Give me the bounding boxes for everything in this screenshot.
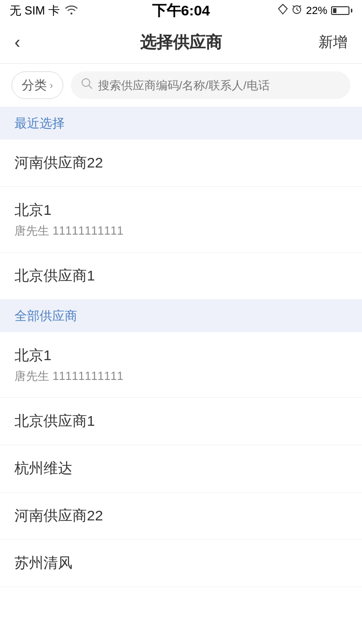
recent-list-item[interactable]: 河南供应商22 — [0, 140, 362, 187]
recent-list-item[interactable]: 北京1唐先生 11111111111 — [0, 187, 362, 252]
all-section-header: 全部供应商 — [0, 300, 362, 332]
item-name: 河南供应商22 — [14, 153, 348, 173]
item-sub: 唐先生 11111111111 — [14, 368, 348, 384]
item-name: 北京1 — [14, 346, 348, 365]
nav-bar: ‹ 选择供应商 新增 — [0, 21, 362, 64]
all-list-item[interactable]: 北京1唐先生 11111111111 — [0, 332, 362, 398]
all-list-item[interactable]: 河南供应商22 — [0, 492, 362, 540]
all-list-item[interactable]: 苏州清风 — [0, 540, 362, 587]
search-box[interactable] — [71, 71, 350, 99]
carrier-text: 无 SIM 卡 — [10, 3, 60, 18]
recent-items-list: 河南供应商22北京1唐先生 11111111111北京供应商1 — [0, 140, 362, 300]
battery-text: 22% — [306, 4, 327, 17]
battery-icon — [331, 6, 352, 15]
recent-section-header: 最近选择 — [0, 107, 362, 140]
item-name: 北京供应商1 — [14, 266, 348, 286]
item-name: 杭州维达 — [14, 459, 348, 478]
item-name: 河南供应商22 — [14, 506, 348, 526]
recent-list-item[interactable]: 北京供应商1 — [0, 252, 362, 300]
category-button[interactable]: 分类 › — [12, 71, 63, 99]
page-title: 选择供应商 — [140, 31, 222, 54]
time-display: 下午6:04 — [152, 1, 210, 21]
all-items-list: 北京1唐先生 11111111111北京供应商1杭州维达河南供应商22苏州清风 — [0, 332, 362, 587]
category-label: 分类 — [22, 77, 47, 94]
back-button[interactable]: ‹ — [14, 32, 43, 53]
all-header-text: 全部供应商 — [14, 308, 77, 323]
filter-bar: 分类 › — [0, 64, 362, 107]
location-icon — [278, 4, 288, 17]
wifi-icon — [65, 4, 78, 17]
all-list-item[interactable]: 杭州维达 — [0, 445, 362, 492]
chevron-right-icon: › — [50, 80, 53, 91]
status-left: 无 SIM 卡 — [10, 3, 78, 18]
item-name: 苏州清风 — [14, 553, 348, 573]
status-right: 22% — [278, 4, 352, 17]
alarm-icon — [292, 4, 302, 17]
item-name: 北京供应商1 — [14, 411, 348, 431]
item-sub: 唐先生 11111111111 — [14, 223, 348, 238]
search-icon — [81, 77, 93, 93]
item-name: 北京1 — [14, 200, 348, 220]
recent-header-text: 最近选择 — [14, 116, 65, 130]
add-button[interactable]: 新增 — [319, 32, 348, 52]
all-list-item[interactable]: 北京供应商1 — [0, 398, 362, 445]
search-input[interactable] — [98, 79, 341, 92]
status-bar: 无 SIM 卡 下午6:04 22% — [0, 0, 362, 21]
